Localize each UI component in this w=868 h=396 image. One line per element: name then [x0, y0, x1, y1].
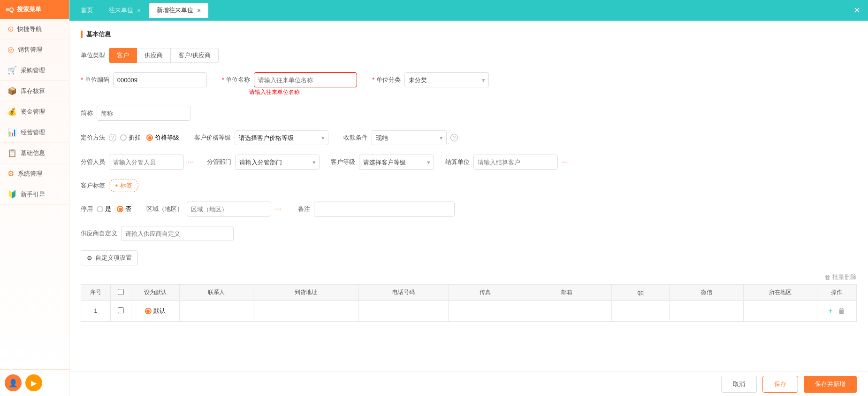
sidebar-user-avatar[interactable]: 👤 [5, 374, 22, 391]
sidebar-label-sales: 销售管理 [18, 46, 42, 54]
row-region-input[interactable] [761, 303, 799, 318]
select-all-checkbox[interactable] [118, 289, 124, 295]
region-label: 区域（地区） [146, 205, 183, 213]
row-add-btn[interactable]: + [828, 307, 832, 315]
tab-contacts-close[interactable]: ✕ [137, 8, 141, 13]
pricing-radio-group: 折扣 价格等级 [120, 133, 179, 142]
disable-no-item[interactable]: 否 [117, 205, 131, 213]
pricing-option-discount[interactable]: 折扣 [120, 133, 141, 142]
supplier-custom-row: 供应商自定义 [81, 226, 857, 241]
supplier-custom-field: 供应商自定义 [81, 226, 234, 241]
department-select-wrap[interactable]: 请输入分管部门 [235, 155, 320, 170]
row-address [253, 301, 358, 322]
row-default-radio[interactable]: 默认 [134, 307, 176, 315]
remark-input[interactable] [314, 202, 455, 217]
th-address: 到货地址 [253, 285, 358, 301]
customer-level-select-wrap[interactable]: 请选择客户等级 [359, 155, 434, 170]
basics-icon: 📋 [8, 148, 17, 157]
manager-input[interactable] [109, 155, 184, 170]
customer-price-select[interactable]: 请选择客户价格等级 [235, 130, 328, 145]
row-checkbox[interactable] [118, 307, 124, 313]
unit-code-input[interactable] [113, 72, 207, 87]
custom-settings-label: 自定义项设置 [95, 254, 132, 262]
region-more-btn[interactable]: ··· [273, 205, 283, 213]
unit-btn-both[interactable]: 客户/供应商 [171, 48, 219, 63]
manager-field: 分管人员 ··· [81, 155, 196, 170]
row-phone-input[interactable] [380, 303, 427, 318]
row-delete-btn[interactable]: 🗑 [838, 307, 845, 315]
payment-condition-select-wrap[interactable]: 现结 [372, 130, 447, 145]
abbr-input[interactable] [97, 106, 190, 121]
department-select[interactable]: 请输入分管部门 [235, 155, 320, 170]
section-basic-info: 基本信息 [81, 30, 857, 39]
manager-more-btn[interactable]: ··· [186, 158, 196, 166]
unit-category-select-wrap[interactable]: 未分类 [404, 72, 489, 87]
sidebar-label-purchase: 采购管理 [21, 66, 45, 75]
sidebar-item-sales[interactable]: ◎ 销售管理 [0, 39, 69, 60]
table-head: 序号 设为默认 联系人 到货地址 电话号码 传真 邮箱 qq 微信 所在地区 操… [81, 285, 857, 301]
sidebar-label-basics: 基础信息 [21, 149, 45, 157]
row-fax-input[interactable] [466, 303, 504, 318]
unit-name-input[interactable] [254, 72, 357, 87]
abbr-field: 简称 [81, 106, 190, 121]
disable-row: 停用 是 否 区域（地区） ··· [81, 202, 857, 217]
payment-condition-select[interactable]: 现结 [372, 130, 447, 145]
disable-field: 停用 是 否 [81, 205, 131, 213]
payment-help-icon[interactable]: ? [450, 134, 458, 141]
sidebar-item-system[interactable]: ⚙ 系统管理 [0, 163, 69, 184]
main-area: 首页 往来单位 ✕ 新增往来单位 ✕ ✕ 基本信息 单位类型 客户 供应商 客户… [69, 0, 868, 396]
row-email-input[interactable] [543, 303, 590, 318]
th-action: 操作 [817, 285, 856, 301]
row-wechat-input[interactable] [688, 303, 725, 318]
contact-table-section: 🗑 批量删除 序号 设为默认 联系人 到货地址 电话号码 传真 邮箱 qq [81, 273, 857, 322]
unit-type-row: 单位类型 客户 供应商 客户/供应商 [81, 48, 857, 63]
unit-category-label: 单位分类 [372, 76, 401, 84]
content-area: 基本信息 单位类型 客户 供应商 客户/供应商 单位编码 单位名称 [69, 21, 868, 372]
sidebar-item-finance[interactable]: 💰 资金管理 [0, 101, 69, 122]
row-email [522, 301, 612, 322]
region-input[interactable] [187, 202, 271, 217]
tab-new-contact[interactable]: 新增往来单位 ✕ [149, 3, 208, 18]
custom-settings-btn[interactable]: ⚙ 自定义项设置 [81, 250, 138, 265]
batch-delete-label[interactable]: 批量删除 [832, 273, 857, 281]
add-tag-btn[interactable]: + 标签 [109, 179, 138, 192]
batch-delete-area: 🗑 批量删除 [81, 273, 857, 281]
row-qq [612, 301, 670, 322]
disable-yes-item[interactable]: 是 [97, 205, 111, 213]
tab-new-contact-close[interactable]: ✕ [197, 8, 201, 13]
sidebar-item-basics[interactable]: 📋 基础信息 [0, 143, 69, 163]
sidebar-item-guide[interactable]: 🔰 新手引导 [0, 184, 69, 205]
section-bar [81, 31, 83, 38]
save-button[interactable]: 保存 [762, 376, 798, 393]
pricing-help-icon[interactable]: ? [109, 134, 116, 141]
tab-bar-close[interactable]: ✕ [850, 5, 864, 16]
sidebar-expand-btn[interactable]: ▶ [25, 374, 42, 391]
supplier-custom-input[interactable] [121, 226, 234, 241]
cancel-button[interactable]: 取消 [721, 376, 757, 393]
customer-price-select-wrap[interactable]: 请选择客户价格等级 [235, 130, 328, 145]
row-wechat [670, 301, 743, 322]
row-qq-input[interactable] [626, 303, 655, 318]
customer-level-select[interactable]: 请选择客户等级 [359, 155, 434, 170]
sidebar-search[interactable]: ≡Q 搜索菜单 [0, 0, 69, 19]
unit-btn-supplier[interactable]: 供应商 [137, 48, 171, 63]
unit-category-select[interactable]: 未分类 [404, 72, 489, 87]
row-contact-input[interactable] [198, 303, 235, 318]
sidebar-item-quick-nav[interactable]: ⊙ 快捷导航 [0, 19, 69, 39]
pricing-method-label: 定价方法 [81, 133, 105, 142]
tab-home[interactable]: 首页 [73, 3, 100, 18]
disable-label: 停用 [81, 205, 93, 213]
sidebar-item-purchase[interactable]: 🛒 采购管理 [0, 60, 69, 81]
pricing-option-level[interactable]: 价格等级 [146, 133, 179, 142]
search-icon: ≡Q [6, 6, 14, 13]
unit-type-buttons: 客户 供应商 客户/供应商 [109, 48, 219, 63]
row-address-input[interactable] [278, 303, 334, 318]
sidebar-item-operations[interactable]: 📊 经营管理 [0, 122, 69, 143]
tab-contacts[interactable]: 往来单位 ✕ [101, 3, 148, 18]
unit-btn-customer[interactable]: 客户 [109, 48, 137, 63]
save-new-button[interactable]: 保存并新增 [804, 376, 857, 393]
settlement-input[interactable] [473, 155, 558, 170]
settlement-more-btn[interactable]: ··· [560, 158, 570, 166]
sidebar-item-inventory[interactable]: 📦 库存核算 [0, 81, 69, 101]
customer-level-label: 客户等级 [331, 158, 355, 166]
